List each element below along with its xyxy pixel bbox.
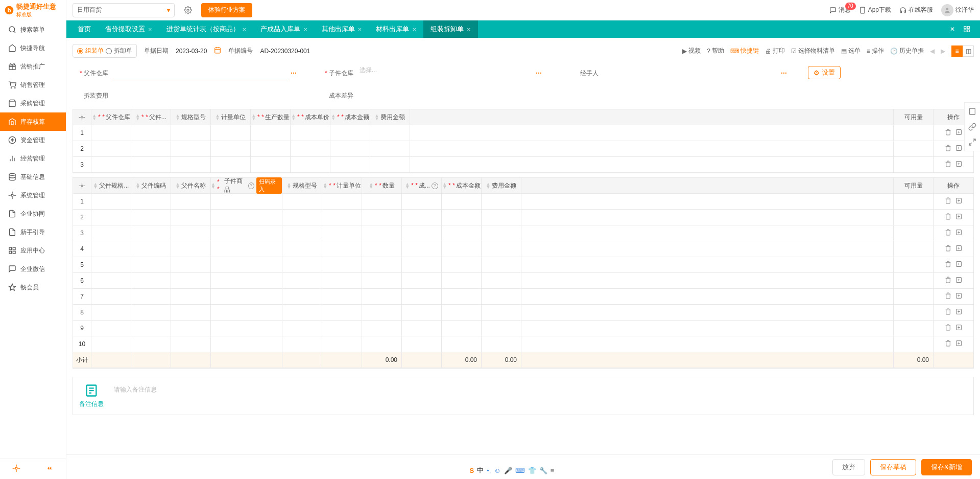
form-settings-button[interactable]: ⚙ 设置 [808, 66, 841, 79]
add-row-icon[interactable] [955, 324, 962, 332]
select-doc-link[interactable]: ▤ 选单 [841, 47, 861, 55]
view-list-button[interactable]: ≡ [951, 45, 963, 57]
table2-header[interactable]: ▲▼*计量单位 [322, 178, 362, 193]
add-row-icon[interactable] [955, 340, 962, 348]
table-row[interactable]: 3 [73, 157, 973, 173]
tab-close-icon[interactable]: × [467, 26, 471, 33]
table2-header[interactable]: ▲▼父件名称 [171, 178, 211, 193]
ime-punct-icon[interactable]: •, [487, 467, 491, 474]
tab-其他出库单[interactable]: 其他出库单× [315, 20, 369, 38]
table2-header[interactable]: ▲▼*数量 [362, 178, 402, 193]
discard-button[interactable]: 放弃 [832, 459, 865, 475]
radio-disassemble[interactable]: 拆卸单 [106, 47, 132, 55]
scan-tag[interactable]: 扫码录入 [256, 177, 282, 194]
try-industry-button[interactable]: 体验行业方案 [201, 3, 252, 17]
add-row-icon[interactable] [955, 308, 962, 316]
sidebar-item-doc[interactable]: 企业协同 [0, 204, 66, 223]
table2-header[interactable]: ▲▼父件规格... [91, 178, 131, 193]
sidebar-item-bag[interactable]: 采购管理 [0, 94, 66, 112]
delete-row-icon[interactable] [945, 245, 951, 253]
collapse-icon[interactable] [45, 464, 54, 474]
tab-close-icon[interactable]: × [412, 26, 416, 33]
table2-header[interactable]: ▲▼规格型号 [282, 178, 322, 193]
print-link[interactable]: 🖨 打印 [765, 47, 785, 55]
tabs-close-icon[interactable]: ✕ [947, 24, 958, 34]
table2-header[interactable]: ▲▼*子件商品?扫码录入 [211, 178, 282, 193]
save-new-button[interactable]: 保存&新增 [921, 459, 972, 475]
parent-wh-input[interactable] [112, 66, 286, 80]
child-wh-input[interactable]: 选择... [357, 66, 532, 80]
sidebar-item-chat[interactable]: 企业微信 [0, 260, 66, 278]
category-select[interactable]: 日用百货 ▾ [73, 3, 175, 17]
parent-wh-picker-icon[interactable]: ⋯ [291, 70, 297, 77]
tab-close-icon[interactable]: × [148, 26, 152, 33]
child-wh-picker-icon[interactable]: ⋯ [536, 70, 542, 77]
table-row[interactable]: 7 [73, 289, 973, 305]
add-row-icon[interactable] [955, 229, 962, 237]
add-row-icon[interactable] [955, 145, 962, 153]
user-menu[interactable]: 徐泽华 [941, 4, 974, 16]
sidebar-item-gift[interactable]: 营销推广 [0, 57, 66, 76]
video-link[interactable]: ▶ 视频 [682, 47, 701, 55]
sidebar-item-cart[interactable]: 销售管理 [0, 76, 66, 94]
table-row[interactable]: 1 [73, 125, 973, 141]
table-row[interactable]: 5 [73, 257, 973, 273]
ime-logo-icon[interactable]: S [470, 467, 474, 474]
side-note-icon[interactable] [967, 106, 978, 117]
messages-link[interactable]: 消息 70 [829, 6, 851, 14]
ime-emoji-icon[interactable]: ☺ [494, 467, 500, 474]
add-row-icon[interactable] [955, 129, 962, 137]
ime-lang-button[interactable]: 中 [477, 466, 484, 475]
table1-header[interactable]: ▲▼*成本金额 [330, 109, 370, 125]
handler-input[interactable] [603, 66, 777, 80]
shortcut-link[interactable]: ⌨ 快捷键 [730, 47, 759, 55]
sidebar-item-chart[interactable]: 经营管理 [0, 149, 66, 168]
add-row-icon[interactable] [955, 277, 962, 285]
table1-header[interactable]: ▲▼*父件仓库 [91, 109, 131, 125]
tab-进货单统计表（按商品）[interactable]: 进货单统计表（按商品）× [159, 20, 254, 38]
table1-header[interactable]: ▲▼*生产数量 [251, 109, 291, 125]
sidebar-item-db[interactable]: 基础信息 [0, 168, 66, 186]
settings-icon[interactable] [12, 464, 20, 474]
table-row[interactable]: 2 [73, 210, 973, 225]
sidebar-item-search[interactable]: 搜索菜单 [0, 20, 66, 39]
table1-header[interactable]: ▲▼规格型号 [171, 109, 211, 125]
table1-header[interactable]: ▲▼费用金额 [370, 109, 410, 125]
sidebar-item-app[interactable]: 应用中心 [0, 241, 66, 260]
delete-row-icon[interactable] [945, 277, 951, 285]
add-row-icon[interactable] [955, 245, 962, 253]
delete-row-icon[interactable] [945, 340, 951, 348]
next-icon[interactable]: ▶ [941, 48, 945, 55]
table2-header[interactable]: ▲▼费用金额 [482, 178, 521, 193]
service-link[interactable]: 在线客服 [899, 6, 933, 14]
delete-row-icon[interactable] [945, 129, 951, 137]
table-row[interactable]: 8 [73, 305, 973, 321]
handler-picker-icon[interactable]: ⋯ [781, 70, 787, 77]
sidebar-item-vip[interactable]: 畅会员 [0, 278, 66, 296]
table-row[interactable]: 4 [73, 241, 973, 257]
table-row[interactable]: 9 [73, 321, 973, 336]
tab-首页[interactable]: 首页 [70, 20, 98, 38]
remark-input[interactable]: 请输入备注信息 [112, 383, 967, 396]
side-link-icon[interactable] [967, 121, 978, 132]
add-row-icon[interactable] [955, 261, 962, 269]
table2-header[interactable]: ▲▼*成...? [402, 178, 442, 193]
tab-材料出库单[interactable]: 材料出库单× [369, 20, 423, 38]
calendar-icon[interactable] [214, 47, 221, 55]
delete-row-icon[interactable] [945, 161, 951, 169]
table1-settings-icon[interactable] [73, 109, 91, 125]
date-value[interactable]: 2023-03-20 [176, 48, 207, 55]
delete-row-icon[interactable] [945, 213, 951, 221]
add-row-icon[interactable] [955, 161, 962, 169]
ime-tool-icon[interactable]: 🔧 [539, 467, 547, 474]
save-draft-button[interactable]: 保存草稿 [870, 459, 916, 475]
help-link[interactable]: ? 帮助 [707, 47, 724, 55]
table1-header[interactable]: ▲▼计量单位 [211, 109, 251, 125]
delete-row-icon[interactable] [945, 261, 951, 269]
tab-售价提取设置[interactable]: 售价提取设置× [98, 20, 159, 38]
delete-row-icon[interactable] [945, 197, 951, 206]
tab-close-icon[interactable]: × [303, 26, 307, 33]
prev-icon[interactable]: ◀ [930, 48, 935, 55]
table-row[interactable]: 10 [73, 336, 973, 352]
fee-input[interactable] [112, 88, 297, 103]
